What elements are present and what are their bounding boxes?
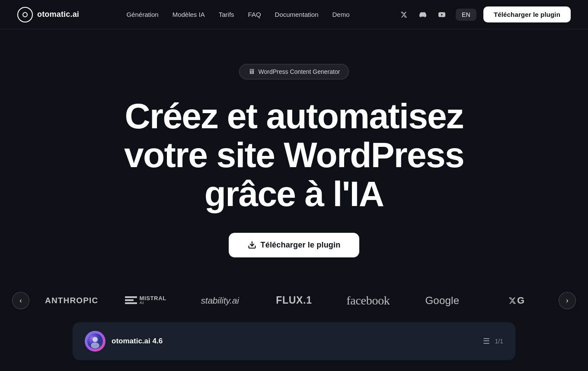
review-left: otomatic.ai 4.6	[85, 331, 163, 352]
hero-title-line1: Créez et automatisez	[125, 96, 463, 136]
hero-title-line2: votre site WordPress	[124, 135, 464, 174]
review-section: otomatic.ai 4.6 ☰ 1/1	[0, 322, 588, 360]
logos-container: ANTHROPIC MISTRAL AI stability.ai FLU	[35, 294, 553, 308]
logo-text: otomatic.ai	[37, 10, 79, 19]
avatar-image	[87, 333, 103, 349]
logo-xai: G	[479, 295, 553, 306]
logos-strip: ‹ ANTHROPIC MISTRAL AI stability.ai	[0, 283, 588, 322]
x-brand-icon	[508, 297, 516, 304]
chevron-left-icon: ‹	[19, 297, 22, 304]
youtube-icon-button[interactable]	[435, 8, 449, 22]
logo-facebook: facebook	[331, 294, 405, 308]
navbar: otomatic.ai Génération Modèles IA Tarifs…	[0, 0, 588, 29]
language-button[interactable]: EN	[456, 9, 476, 21]
hero-section: 🖥 WordPress Content Generator Créez et a…	[0, 29, 588, 283]
logos-next-button[interactable]: ›	[559, 292, 576, 309]
hero-cta-button[interactable]: Télécharger le plugin	[229, 233, 360, 257]
hero-title: Créez et automatisez votre site WordPres…	[124, 97, 464, 214]
svg-point-3	[91, 342, 99, 349]
logos-prev-button[interactable]: ‹	[12, 292, 29, 309]
badge-text: WordPress Content Generator	[259, 68, 340, 75]
badge-icon: 🖥	[248, 68, 255, 76]
logo-link[interactable]: otomatic.ai	[17, 7, 79, 22]
nav-link-documentation[interactable]: Documentation	[275, 11, 319, 18]
nav-link-demo[interactable]: Demo	[332, 11, 349, 18]
download-icon	[248, 241, 256, 249]
logo-icon	[17, 7, 33, 22]
list-icon[interactable]: ☰	[483, 336, 490, 346]
nav-right: EN Télécharger le plugin	[397, 6, 571, 22]
review-header: otomatic.ai 4.6 ☰ 1/1	[85, 331, 503, 352]
logo-flux: FLUX.1	[257, 295, 331, 306]
nav-link-tarifs[interactable]: Tarifs	[219, 11, 234, 18]
discord-icon-button[interactable]	[416, 8, 430, 22]
review-name: otomatic.ai 4.6	[112, 337, 163, 346]
logo-google: Google	[405, 295, 479, 307]
nav-social-icons	[397, 8, 449, 22]
svg-point-2	[93, 337, 98, 342]
review-card: otomatic.ai 4.6 ☰ 1/1	[73, 322, 515, 360]
twitter-icon-button[interactable]	[397, 8, 411, 22]
review-right: ☰ 1/1	[483, 336, 503, 346]
review-avatar	[85, 331, 105, 352]
chevron-right-icon: ›	[566, 297, 568, 304]
hero-badge: 🖥 WordPress Content Generator	[239, 64, 349, 79]
logo-stability: stability.ai	[183, 295, 257, 306]
hero-cta-label: Télécharger le plugin	[261, 241, 341, 250]
nav-link-faq[interactable]: FAQ	[248, 11, 261, 18]
logo-anthropic: ANTHROPIC	[35, 296, 109, 305]
review-counter: 1/1	[495, 338, 503, 345]
nav-cta-button[interactable]: Télécharger le plugin	[483, 6, 571, 22]
nav-link-modeles[interactable]: Modèles IA	[173, 11, 205, 18]
logo-mistral: MISTRAL AI	[109, 295, 182, 305]
hero-title-line3: grâce à l'IA	[205, 174, 384, 213]
nav-link-generation[interactable]: Génération	[126, 11, 158, 18]
nav-links: Génération Modèles IA Tarifs FAQ Documen…	[126, 11, 349, 19]
